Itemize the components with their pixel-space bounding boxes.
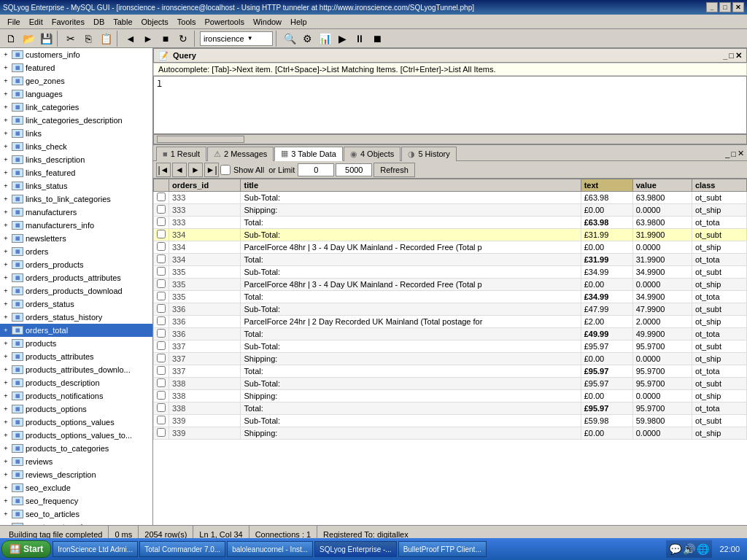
sidebar-item-orders-products-attributes[interactable]: + ▦ orders_products_attributes [0, 271, 152, 284]
tree-expand-icon[interactable]: + [0, 403, 12, 415]
sidebar-item-seo-exclude[interactable]: + ▦ seo_exclude [0, 481, 152, 494]
sidebar-item-products-to-categories[interactable]: + ▦ products_to_categories [0, 442, 152, 455]
sidebar-item-products-options-values-to---[interactable]: + ▦ products_options_values_to... [0, 429, 152, 442]
menu-tools[interactable]: Tools [173, 16, 201, 28]
query-minimize-btn[interactable]: _ [723, 51, 727, 61]
tb-reload-btn[interactable]: ↻ [175, 31, 191, 47]
start-button[interactable]: 🪟 Start [1, 540, 51, 542]
sidebar-item-products-attributes-downlo---[interactable]: + ▦ products_attributes_downlo... [0, 363, 152, 376]
sidebar-item-links-description[interactable]: + ▦ links_description [0, 153, 152, 166]
row-checkbox[interactable] [157, 316, 166, 325]
row-checkbox[interactable] [157, 279, 166, 288]
tb-new-btn[interactable]: 🗋 [3, 31, 19, 47]
query-restore-btn[interactable]: □ [729, 51, 734, 61]
table-row[interactable]: 337 Sub-Total: £95.97 95.9700 ot_subt [154, 341, 747, 353]
col-value[interactable]: value [632, 179, 692, 192]
menu-objects[interactable]: Objects [137, 16, 173, 28]
menu-powertools[interactable]: Powertools [201, 16, 249, 28]
tree-expand-icon[interactable]: + [0, 114, 12, 126]
table-row[interactable]: 337 Shipping: £0.00 0.0000 ot_ship [154, 353, 747, 365]
menu-db[interactable]: DB [89, 16, 109, 28]
table-row[interactable]: 337 Total: £95.97 95.9700 ot_tota [154, 365, 747, 378]
sidebar-item-reviews[interactable]: + ▦ reviews [0, 455, 152, 468]
table-row[interactable]: 339 Sub-Total: £59.98 59.9800 ot_subt [154, 415, 747, 427]
show-all-checkbox[interactable] [220, 165, 231, 175]
table-row[interactable]: 333 Shipping: £0.00 0.0000 ot_ship [154, 204, 747, 217]
tree-expand-icon[interactable]: + [0, 521, 12, 525]
table-row[interactable]: 335 Total: £34.99 34.9900 ot_tota [154, 291, 747, 303]
sidebar-item-orders-status[interactable]: + ▦ orders_status [0, 298, 152, 311]
row-checkbox[interactable] [157, 378, 166, 387]
connection-dropdown[interactable]: ironscience ▼ [200, 31, 273, 46]
row-checkbox[interactable] [157, 292, 166, 300]
sidebar-item-links-to-link-categories[interactable]: + ▦ links_to_link_categories [0, 192, 152, 206]
menu-window[interactable]: Window [249, 16, 286, 28]
row-checkbox[interactable] [157, 329, 166, 338]
row-checkbox[interactable] [157, 192, 166, 201]
tab-messages[interactable]: ⚠2 Messages [207, 147, 274, 161]
table-row[interactable]: 338 Sub-Total: £95.97 95.9700 ot_subt [154, 378, 747, 390]
tree-expand-icon[interactable]: + [0, 75, 12, 87]
results-panel-restore[interactable]: □ [731, 149, 736, 158]
sidebar-item-featured[interactable]: + ▦ featured [0, 61, 152, 74]
row-checkbox[interactable] [157, 403, 166, 412]
tree-expand-icon[interactable]: + [0, 128, 12, 139]
table-row[interactable]: 334 ParcelForce 48hr | 3 - 4 Day UK Main… [154, 241, 747, 254]
sidebar-item-products-notifications[interactable]: + ▦ products_notifications [0, 389, 152, 402]
sidebar-item-orders-total[interactable]: + ▦ orders_total [0, 324, 152, 337]
sidebar-item-seo-frequency[interactable]: + ▦ seo_frequency [0, 494, 152, 508]
tb-forward-btn[interactable]: ► [140, 31, 156, 47]
tree-expand-icon[interactable]: + [0, 141, 12, 152]
limit-count-input[interactable] [336, 163, 372, 176]
col-text[interactable]: text [581, 179, 632, 192]
col-title[interactable]: title [241, 179, 581, 192]
sidebar-item-links-status[interactable]: + ▦ links_status [0, 179, 152, 192]
sidebar-item-orders-products-download[interactable]: + ▦ orders_products_download [0, 284, 152, 298]
tb-cut-btn[interactable]: ✂ [63, 31, 79, 47]
maximize-button[interactable]: □ [719, 2, 731, 12]
close-button[interactable]: ✕ [732, 2, 744, 12]
sidebar-item-customers-info[interactable]: + ▦ customers_info [0, 48, 152, 61]
row-checkbox[interactable] [157, 428, 166, 437]
row-checkbox[interactable] [157, 341, 166, 350]
sidebar-item-reviews-description[interactable]: + ▦ reviews_description [0, 468, 152, 481]
tree-expand-icon[interactable]: + [0, 193, 12, 205]
tab-result[interactable]: ■1 Result [156, 147, 206, 161]
tb-stop-btn[interactable]: ■ [158, 31, 174, 47]
sidebar-item-products-attributes[interactable]: + ▦ products_attributes [0, 350, 152, 363]
sidebar-item-link-categories-description[interactable]: + ▦ link_categories_description [0, 114, 152, 127]
tree-expand-icon[interactable]: + [0, 49, 12, 61]
tree-expand-icon[interactable]: + [0, 377, 12, 389]
sidebar-item-links-featured[interactable]: + ▦ links_featured [0, 166, 152, 179]
menu-favorites[interactable]: Favorites [47, 16, 89, 28]
row-checkbox[interactable] [157, 304, 166, 313]
tree-expand-icon[interactable]: + [0, 154, 12, 166]
sidebar-item-orders-status-history[interactable]: + ▦ orders_status_history [0, 311, 152, 324]
menu-file[interactable]: File [3, 16, 25, 28]
taskbar-item-ironscience-ltd-admi---[interactable]: IronScience Ltd Admi... [53, 541, 138, 542]
tree-expand-icon[interactable]: + [0, 324, 12, 336]
row-checkbox[interactable] [157, 205, 166, 214]
table-row[interactable]: 338 Shipping: £0.00 0.0000 ot_ship [154, 390, 747, 402]
table-row[interactable]: 336 Sub-Total: £47.99 47.9900 ot_subt [154, 303, 747, 316]
tree-expand-icon[interactable]: + [0, 88, 12, 100]
tb-back-btn[interactable]: ◄ [123, 31, 139, 47]
sidebar-item-links-check[interactable]: + ▦ links_check [0, 140, 152, 153]
tree-expand-icon[interactable]: + [0, 508, 12, 520]
row-checkbox[interactable] [157, 242, 166, 251]
rtb-first-btn[interactable]: |◄ [156, 163, 171, 177]
tree-expand-icon[interactable]: + [0, 272, 12, 284]
tree-expand-icon[interactable]: + [0, 364, 12, 376]
row-checkbox[interactable] [157, 267, 166, 276]
sidebar-item-products-options-values[interactable]: + ▦ products_options_values [0, 416, 152, 429]
tb-paste-btn[interactable]: 📋 [98, 31, 114, 47]
sidebar-item-link-categories[interactable]: + ▦ link_categories [0, 101, 152, 114]
tree-expand-icon[interactable]: + [0, 456, 12, 467]
sidebar-item-products[interactable]: + ▦ products [0, 337, 152, 350]
tree-expand-icon[interactable]: + [0, 429, 12, 441]
row-checkbox[interactable] [157, 254, 166, 263]
query-editor[interactable]: l [153, 76, 747, 134]
row-checkbox[interactable] [157, 416, 166, 424]
tab-history[interactable]: ◑5 History [401, 147, 456, 161]
refresh-button[interactable]: Refresh [374, 163, 415, 177]
